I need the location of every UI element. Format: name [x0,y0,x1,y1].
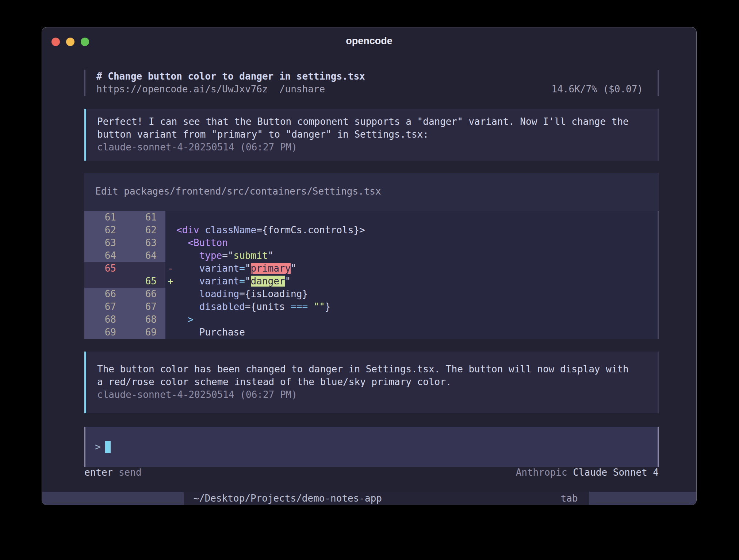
diff-new-lineno: 61 [125,211,165,224]
code-token: "" [314,301,325,312]
code-token: variant [199,263,240,274]
diff-row: 6666 loading={isLoading} [84,288,659,300]
titlebar: opencode [42,27,696,57]
code-token: " [291,263,296,274]
diff-change-marker [165,211,176,224]
code-token: danger [251,276,285,287]
diff-code-line: variant="primary" [176,262,296,275]
diff-old-lineno [84,275,125,288]
diff-change-marker [165,249,176,262]
code-token: =" [222,250,233,261]
diff-change-marker [165,300,176,313]
diff-row: 6161 [84,211,659,224]
code-token: ={units [245,301,291,312]
diff-new-lineno: 68 [125,313,165,326]
diff-old-lineno: 61 [84,211,125,224]
text-cursor [105,441,111,453]
enter-action-label: send [113,467,141,478]
code-token: === [291,301,308,312]
code-token: loading [199,288,240,299]
opencode-window: opencode # Change button color to danger… [42,27,697,505]
assistant-message: Perfect! I can see that the Button compo… [84,109,659,161]
assistant-message: The button color has been changed to dan… [84,352,659,413]
diff-new-lineno: 66 [125,288,165,300]
code-token: " [245,276,251,287]
session-header: # Change button color to danger in setti… [84,70,659,96]
code-token: <div [176,225,199,235]
diff-change-marker [165,313,176,326]
code-token: } [325,301,331,312]
code-token: type [199,250,222,261]
session-share-url[interactable]: https://opencode.ai/s/UwJxv76z /unshare [96,83,325,96]
diff-change-marker [165,224,176,237]
diff-row: 65+ variant="danger" [84,275,659,288]
diff-new-lineno: 69 [125,326,165,339]
tab-key-hint[interactable]: tab [561,492,578,505]
diff-row: 6262<div className={formCs.controls}> [84,224,659,237]
code-token: submit [234,250,268,261]
session-title: # Change button color to danger in setti… [96,70,643,83]
diff-old-lineno: 64 [84,249,125,262]
code-token [199,225,205,235]
code-token [176,327,199,338]
diff-new-lineno: 63 [125,237,165,249]
code-token: = [239,263,245,274]
edit-tool-title: Edit packages/frontend/src/containers/Se… [84,173,659,198]
diff-old-lineno: 69 [84,326,125,339]
diff-new-lineno: 65 [125,275,165,288]
code-token [176,276,199,287]
diff-row: 6363 <Button [84,237,659,249]
code-token: ={formCs.controls}> [256,225,365,235]
code-token: " [268,250,273,261]
code-token [176,263,199,274]
diff-row: 65- variant="primary" [84,262,659,275]
diff-code-line: Purchase [176,326,245,339]
code-token [176,237,188,248]
message-text-line: Perfect! I can see that the Button compo… [97,115,647,128]
code-token [176,288,199,299]
enter-key-hint: enter [84,467,113,478]
code-token: disabled [199,301,245,312]
diff-scrollbar[interactable] [658,211,659,339]
code-token: primary [251,263,291,274]
code-token: " [245,263,251,274]
diff-table: 61616262<div className={formCs.controls}… [84,211,659,339]
code-token: Purchase [199,327,245,338]
code-token [176,301,199,312]
diff-old-lineno: 68 [84,313,125,326]
diff-code-line: > [176,313,194,326]
diff-row: 6969 Purchase [84,326,659,339]
model-label: Claude Sonnet 4 [567,467,659,478]
diff-new-lineno: 62 [125,224,165,237]
window-title: opencode [42,35,696,47]
code-token: = [239,276,245,287]
code-token: className [205,225,256,235]
code-token: " [285,276,291,287]
diff-code-line: loading={isLoading} [176,288,308,300]
diff-old-lineno: 67 [84,300,125,313]
diff-code-line: disabled={units === ""} [176,300,331,313]
diff-change-marker [165,288,176,300]
mode-chip[interactable]: BUILD MODE [589,492,696,505]
prompt-input[interactable]: > [84,427,659,467]
diff-code-line: type="submit" [176,249,273,262]
diff-change-marker [165,237,176,249]
message-model-meta: claude-sonnet-4-20250514 (06:27 PM) [97,141,647,154]
message-text-line: button variant from "primary" to "danger… [97,128,647,141]
diff-code-line: <div className={formCs.controls}> [176,224,365,237]
code-token [176,250,199,261]
diff-change-marker: + [165,275,176,288]
diff-old-lineno: 63 [84,237,125,249]
hint-row: enter send Anthropic Claude Sonnet 4 [84,466,659,479]
diff-change-marker [165,326,176,339]
diff-new-lineno: 64 [125,249,165,262]
status-bar: opencode v0.3.11 ~/Desktop/Projects/demo… [42,492,696,505]
code-token: <Button [188,237,228,248]
diff-code-line: <Button [176,237,228,249]
diff-code-line: variant="danger" [176,275,291,288]
message-text-line: The button color has been changed to dan… [97,363,647,376]
diff-row: 6767 disabled={units === ""} [84,300,659,313]
code-token: > [188,314,194,325]
code-token [176,314,188,325]
diff-old-lineno: 66 [84,288,125,300]
